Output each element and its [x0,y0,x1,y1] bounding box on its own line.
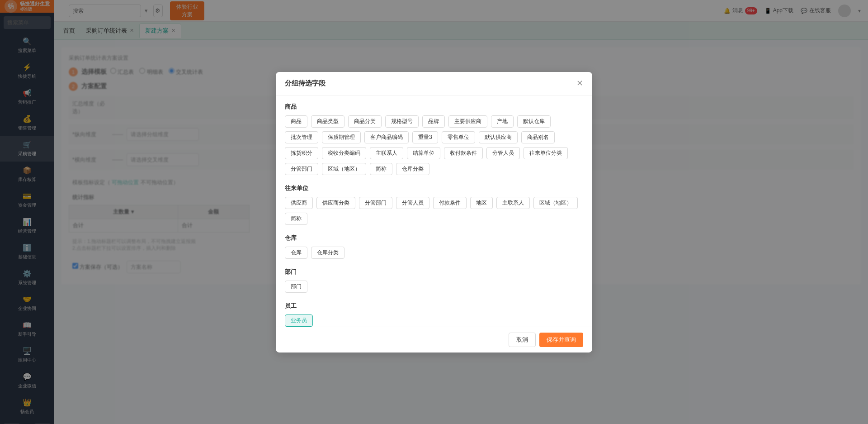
field-tag-1-0[interactable]: 供应商 [285,197,313,209]
field-tag-1-7[interactable]: 区域（地区） [533,197,578,209]
field-tag-0-16[interactable]: 税收分类编码 [322,147,366,159]
field-tag-0-19[interactable]: 收付款条件 [444,147,483,159]
field-tag-0-7[interactable]: 默认仓库 [517,115,551,128]
field-tag-1-4[interactable]: 付款条件 [433,197,467,209]
modal: 分组待选字段 ✕ 商品商品商品类型商品分类规格型号品牌主要供应商产地默认仓库批次… [276,72,592,353]
confirm-button[interactable]: 保存并查询 [539,333,583,347]
field-tag-1-5[interactable]: 地区 [470,197,493,209]
field-tag-2-0[interactable]: 仓库 [285,247,307,259]
field-tag-0-11[interactable]: 重量3 [412,131,438,143]
field-tags-4: 业务员 [285,314,583,327]
modal-body: 商品商品商品类型商品分类规格型号品牌主要供应商产地默认仓库批次管理保质期管理客户… [276,95,592,327]
field-tag-0-0[interactable]: 商品 [285,115,307,128]
field-tag-0-12[interactable]: 零售单位 [442,131,475,143]
field-group-2: 仓库仓库仓库分类 [285,234,583,259]
field-tag-0-13[interactable]: 默认供应商 [479,131,518,143]
field-group-3: 部门部门 [285,268,583,293]
field-tag-0-21[interactable]: 往来单位分类 [524,147,568,159]
field-tag-1-8[interactable]: 简称 [285,213,307,225]
field-group-4: 员工业务员 [285,302,583,327]
field-tag-0-10[interactable]: 客户商品编码 [364,131,409,143]
field-group-1: 往来单位供应商供应商分类分管部门分管人员付款条件地区主联系人区域（地区）简称 [285,184,583,225]
field-tags-1: 供应商供应商分类分管部门分管人员付款条件地区主联系人区域（地区）简称 [285,197,583,225]
field-tag-1-2[interactable]: 分管部门 [359,197,392,209]
field-tags-0: 商品商品类型商品分类规格型号品牌主要供应商产地默认仓库批次管理保质期管理客户商品… [285,115,583,175]
field-tags-2: 仓库仓库分类 [285,247,583,259]
field-group-title-2: 仓库 [285,234,583,242]
field-tag-0-25[interactable]: 仓库分类 [396,163,429,175]
field-group-title-4: 员工 [285,302,583,310]
field-tag-0-22[interactable]: 分管部门 [285,163,318,175]
field-group-title-1: 往来单位 [285,184,583,192]
field-tag-4-0[interactable]: 业务员 [285,314,313,327]
close-icon[interactable]: ✕ [576,79,583,87]
field-group-0: 商品商品商品类型商品分类规格型号品牌主要供应商产地默认仓库批次管理保质期管理客户… [285,103,583,175]
field-tag-0-14[interactable]: 商品别名 [521,131,555,143]
modal-overlay: 分组待选字段 ✕ 商品商品商品类型商品分类规格型号品牌主要供应商产地默认仓库批次… [0,0,868,424]
field-tag-1-1[interactable]: 供应商分类 [316,197,355,209]
field-tag-0-20[interactable]: 分管人员 [486,147,520,159]
field-tag-0-15[interactable]: 拣货积分 [285,147,318,159]
field-group-title-0: 商品 [285,103,583,111]
field-tag-2-1[interactable]: 仓库分类 [311,247,344,259]
field-tag-0-2[interactable]: 商品分类 [348,115,382,128]
cancel-button[interactable]: 取消 [509,333,536,347]
field-tag-0-8[interactable]: 批次管理 [285,131,318,143]
field-tag-0-17[interactable]: 主联系人 [370,147,403,159]
field-tag-0-24[interactable]: 简称 [370,163,392,175]
modal-title: 分组待选字段 [285,79,326,88]
field-tag-3-0[interactable]: 部门 [285,281,307,293]
modal-footer: 取消 保存并查询 [276,327,592,353]
field-group-title-3: 部门 [285,268,583,276]
field-tag-0-23[interactable]: 区域（地区） [322,163,366,175]
field-tag-0-5[interactable]: 主要供应商 [448,115,487,128]
field-tag-0-6[interactable]: 产地 [491,115,514,128]
field-tag-1-6[interactable]: 主联系人 [496,197,530,209]
field-tag-1-3[interactable]: 分管人员 [396,197,429,209]
field-tag-0-1[interactable]: 商品类型 [311,115,344,128]
field-tag-0-18[interactable]: 结算单位 [407,147,440,159]
modal-header: 分组待选字段 ✕ [276,72,592,95]
field-tag-0-3[interactable]: 规格型号 [385,115,419,128]
field-tag-0-9[interactable]: 保质期管理 [322,131,361,143]
field-tag-0-4[interactable]: 品牌 [422,115,445,128]
field-tags-3: 部门 [285,281,583,293]
